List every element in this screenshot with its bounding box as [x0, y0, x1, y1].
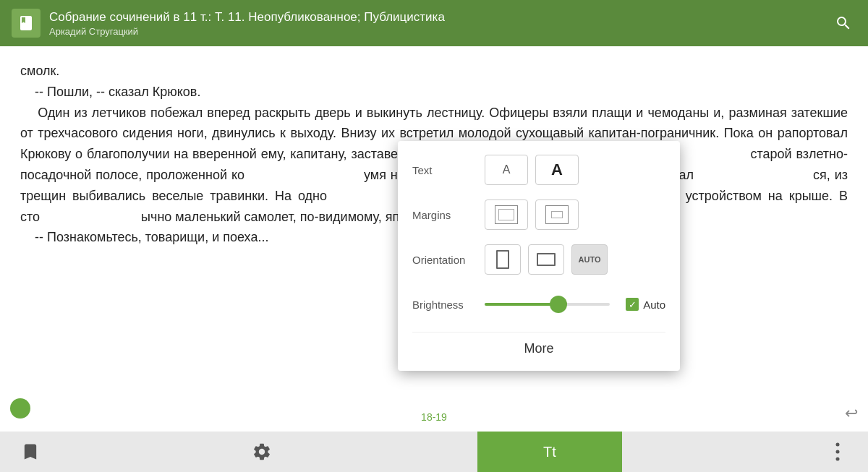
content-text: смолк.: [20, 61, 848, 82]
bookmark-button[interactable]: [14, 436, 46, 468]
brightness-thumb[interactable]: [550, 296, 567, 313]
margin-large-icon: [545, 205, 569, 224]
margin-small-button[interactable]: [485, 199, 528, 230]
settings-button[interactable]: [246, 436, 278, 468]
brightness-row: Brightness ✓ Auto: [412, 287, 665, 322]
bottom-bar: Tt: [0, 432, 868, 472]
orientation-row: Orientation AUTO: [412, 242, 665, 277]
auto-checkbox[interactable]: ✓: [626, 298, 639, 311]
brightness-fill: [485, 303, 553, 306]
book-author: Аркадий Стругацкий: [49, 26, 830, 37]
page-number: 18-19: [421, 411, 447, 423]
brightness-label: Brightness: [412, 299, 485, 311]
text-controls: A A: [485, 155, 665, 185]
font-button[interactable]: Tt: [477, 432, 622, 472]
back-button[interactable]: ↩: [845, 404, 858, 423]
margin-large-button[interactable]: [535, 199, 579, 230]
svg-point-0: [836, 443, 840, 447]
progress-dot[interactable]: [10, 398, 30, 419]
more-options-button[interactable]: [822, 436, 854, 468]
text-size-large-button[interactable]: A: [535, 155, 579, 185]
text-size-row: Text A A: [412, 153, 665, 187]
content-dialogue1: -- Пошли, -- сказал Крюков.: [20, 82, 848, 103]
header-text: Собрание сочинений в 11 т.: Т. 11. Неопу…: [49, 9, 830, 36]
text-size-small-button[interactable]: A: [485, 155, 528, 185]
margins-row: Margins: [412, 197, 665, 232]
brightness-controls: ✓ Auto: [485, 298, 665, 311]
margins-label: Margins: [412, 209, 485, 221]
portrait-icon: [496, 250, 509, 269]
portrait-button[interactable]: [485, 244, 521, 275]
text-label: Text: [412, 164, 485, 176]
margin-small-icon: [495, 205, 518, 224]
checkmark-icon: ✓: [629, 299, 637, 310]
book-icon: [12, 9, 41, 38]
landscape-button[interactable]: [528, 244, 564, 275]
display-settings-popup: Text A A Margins Orientation: [398, 141, 680, 371]
orientation-label: Orientation: [412, 254, 485, 266]
svg-point-1: [836, 450, 840, 454]
auto-orientation-button[interactable]: AUTO: [571, 244, 608, 275]
landscape-icon: [537, 253, 556, 266]
auto-label: Auto: [643, 299, 665, 311]
more-button[interactable]: More: [412, 332, 665, 359]
auto-brightness-toggle[interactable]: ✓ Auto: [626, 298, 665, 311]
svg-point-2: [836, 458, 840, 461]
margins-controls: [485, 199, 665, 230]
app-header: Собрание сочинений в 11 т.: Т. 11. Неопу…: [0, 0, 868, 46]
search-button[interactable]: [830, 10, 856, 36]
orientation-controls: AUTO: [485, 244, 665, 275]
brightness-slider[interactable]: [485, 303, 610, 306]
book-title: Собрание сочинений в 11 т.: Т. 11. Неопу…: [49, 9, 830, 25]
